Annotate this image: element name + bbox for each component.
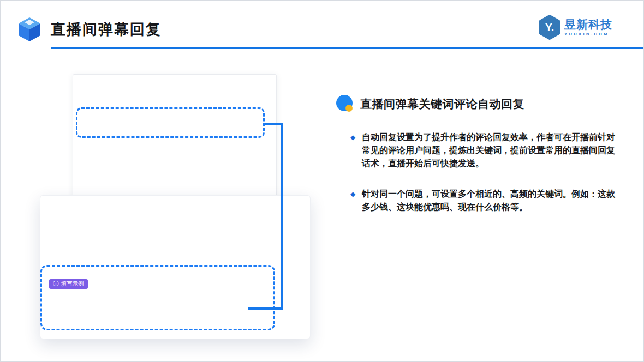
brand-logo: Y. 昱新科技 YUUXIN.COM: [538, 15, 612, 40]
app-logo-cube-icon: [18, 17, 41, 41]
brand-name: 昱新科技: [564, 18, 612, 31]
header-divider: [51, 47, 644, 49]
feature-bullet: 自动回复设置为了提升作者的评论回复效率，作者可在开播前针对常见的评论用户问题，提…: [362, 131, 621, 170]
diamond-bullet-icon: ◆: [350, 134, 355, 141]
page-title: 直播间弹幕回复: [51, 20, 162, 39]
feature-bullet: 针对同一个问题，可设置多个相近的、高频的关键词。例如：这款多少钱、这块能优惠吗、…: [362, 188, 621, 214]
example-badge: ⓘ填写示例: [49, 279, 88, 289]
yellow-dot: [345, 105, 353, 112]
chat-bubble-icon: [336, 95, 355, 113]
auto-reply-settings-dialog: [40, 195, 311, 339]
info-icon: ⓘ: [53, 280, 59, 288]
svg-text:Y.: Y.: [545, 21, 554, 33]
diamond-bullet-icon: ◆: [350, 190, 355, 198]
brand-hexagon-icon: Y.: [538, 15, 561, 40]
example-badge-label: 填写示例: [61, 280, 84, 288]
comments-panel: [73, 74, 277, 198]
feature-heading: 直播间弹幕关键词评论自动回复: [360, 96, 524, 112]
brand-domain: YUUXIN.COM: [564, 32, 612, 37]
